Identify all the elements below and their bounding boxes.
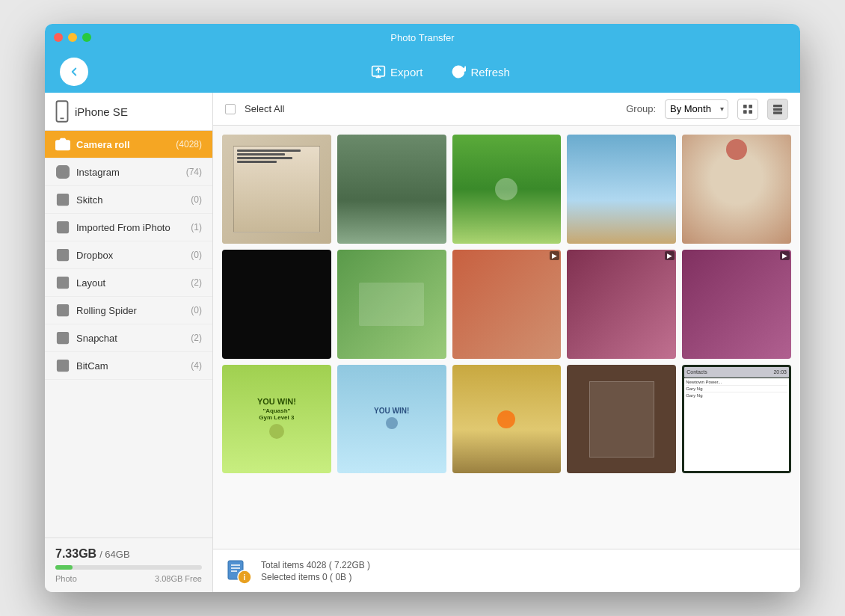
svg-rect-24 <box>773 108 782 110</box>
content-area: iPhone SE Camera roll (4028) <box>45 93 800 592</box>
layout-icon <box>55 275 70 290</box>
sidebar-items-list: Camera roll (4028) Instagram (74) <box>45 131 212 538</box>
svg-rect-17 <box>58 333 69 344</box>
photo-thumb[interactable] <box>337 250 446 359</box>
layout-label: Layout <box>76 277 185 289</box>
rolling-spider-count: (0) <box>191 305 202 315</box>
svg-rect-20 <box>749 105 752 108</box>
skitch-icon <box>55 192 70 207</box>
imported-label: Imported From iPhoto <box>76 222 185 233</box>
instagram-icon <box>55 164 70 179</box>
photo-thumb[interactable]: YOU WIN! <box>337 365 446 474</box>
photo-thumb[interactable] <box>452 135 562 244</box>
photo-thumb[interactable]: YOU WIN! "Aquash" Gym Level 3 <box>222 365 331 474</box>
skitch-count: (0) <box>191 194 202 205</box>
refresh-button[interactable]: Refresh <box>440 60 520 84</box>
select-all-label[interactable]: Select All <box>245 103 284 114</box>
dropbox-icon <box>55 247 70 262</box>
window-title: Photo Transfer <box>390 32 454 43</box>
sidebar-item-layout[interactable]: Layout (2) <box>45 269 212 297</box>
window-controls[interactable] <box>54 33 91 42</box>
sidebar-item-bitcam[interactable]: BitCam (4) <box>45 352 212 380</box>
camera-icon <box>55 137 70 152</box>
titlebar: Photo Transfer <box>45 24 800 51</box>
svg-text:i: i <box>244 573 246 582</box>
storage-bar-fill <box>55 565 73 570</box>
photo-thumb[interactable] <box>567 365 676 474</box>
svg-rect-21 <box>743 110 747 114</box>
photos-toolbar: Select All Group: By Month By Day By Yea… <box>213 93 800 126</box>
status-icon: i <box>225 558 252 585</box>
status-texts: Total items 4028 ( 7.22GB ) Selected ite… <box>261 560 370 582</box>
storage-labels: Photo 3.08GB Free <box>55 574 202 583</box>
rolling-spider-icon <box>55 303 70 318</box>
camera-roll-label: Camera roll <box>76 139 170 150</box>
snapchat-label: Snapchat <box>76 333 185 344</box>
sidebar-item-skitch[interactable]: Skitch (0) <box>45 186 212 214</box>
photo-thumb[interactable]: Contacts 20:03 Newtown Power... Gary Ng … <box>682 365 791 474</box>
instagram-count: (74) <box>186 167 202 177</box>
photo-thumb[interactable]: ▶ <box>567 250 676 359</box>
selected-items-text: Selected items 0 ( 0B ) <box>261 572 370 582</box>
list-view-button[interactable] <box>767 99 788 120</box>
group-select[interactable]: By Month By Day By Year All <box>665 99 728 119</box>
photo-thumb[interactable] <box>567 135 676 244</box>
sidebar-item-instagram[interactable]: Instagram (74) <box>45 158 212 186</box>
svg-rect-12 <box>58 250 69 261</box>
main-panel: Select All Group: By Month By Day By Yea… <box>213 93 800 592</box>
svg-rect-16 <box>58 305 69 316</box>
storage-used: 7.33GB <box>55 547 96 561</box>
photo-thumb[interactable] <box>682 135 791 244</box>
bitcam-count: (4) <box>191 360 202 371</box>
group-label: Group: <box>626 103 656 114</box>
svg-rect-22 <box>749 110 752 114</box>
sidebar-item-imported[interactable]: Imported From iPhoto (1) <box>45 214 212 241</box>
dropbox-label: Dropbox <box>76 250 185 261</box>
device-header: iPhone SE <box>45 93 212 131</box>
status-bar: i Total items 4028 ( 7.22GB ) Selected i… <box>213 549 800 592</box>
photo-thumb[interactable] <box>337 135 446 244</box>
svg-point-8 <box>60 169 66 175</box>
export-button[interactable]: Export <box>360 60 433 84</box>
close-button[interactable] <box>54 33 63 42</box>
storage-total: / 64GB <box>99 549 129 560</box>
sidebar-item-camera-roll[interactable]: Camera roll (4028) <box>45 131 212 158</box>
photo-thumb[interactable] <box>452 365 562 474</box>
grid-view-button[interactable] <box>737 99 758 120</box>
toolbar: Export Refresh <box>45 51 800 93</box>
storage-section: 7.33GB / 64GB Photo 3.08GB Free <box>45 538 212 592</box>
rolling-spider-label: Rolling Spider <box>76 305 185 316</box>
storage-bar-background <box>55 565 202 570</box>
sidebar: iPhone SE Camera roll (4028) <box>45 93 213 592</box>
maximize-button[interactable] <box>82 33 91 42</box>
photo-label: Photo <box>55 574 77 583</box>
imported-icon <box>55 220 70 235</box>
layout-count: (2) <box>191 277 202 288</box>
sidebar-item-snapchat[interactable]: Snapchat (2) <box>45 324 212 352</box>
sidebar-item-rolling-spider[interactable]: Rolling Spider (0) <box>45 297 212 324</box>
photo-grid: ▶ ▶ ▶ YOU WIN! <box>213 126 800 549</box>
dropbox-count: (0) <box>191 250 202 260</box>
group-select-wrapper[interactable]: By Month By Day By Year All ▾ <box>665 99 728 119</box>
refresh-label: Refresh <box>470 66 510 78</box>
select-all-checkbox[interactable] <box>225 104 236 114</box>
camera-roll-count: (4028) <box>176 139 202 150</box>
photo-thumb[interactable] <box>222 135 331 244</box>
svg-point-9 <box>66 168 67 170</box>
sidebar-item-dropbox[interactable]: Dropbox (0) <box>45 241 212 269</box>
minimize-button[interactable] <box>68 33 77 42</box>
svg-rect-18 <box>58 360 69 372</box>
instagram-label: Instagram <box>76 167 180 178</box>
photo-thumb[interactable] <box>222 250 331 359</box>
photo-thumb[interactable]: ▶ <box>682 250 791 359</box>
back-button[interactable] <box>60 58 88 86</box>
export-label: Export <box>390 66 423 78</box>
bitcam-label: BitCam <box>76 360 185 372</box>
photo-thumb[interactable]: ▶ <box>452 250 562 359</box>
bitcam-icon <box>55 358 70 373</box>
total-items-text: Total items 4028 ( 7.22GB ) <box>261 560 370 570</box>
imported-count: (1) <box>191 222 202 232</box>
skitch-label: Skitch <box>76 194 185 206</box>
svg-rect-23 <box>773 105 782 107</box>
free-label: 3.08GB Free <box>155 574 202 583</box>
